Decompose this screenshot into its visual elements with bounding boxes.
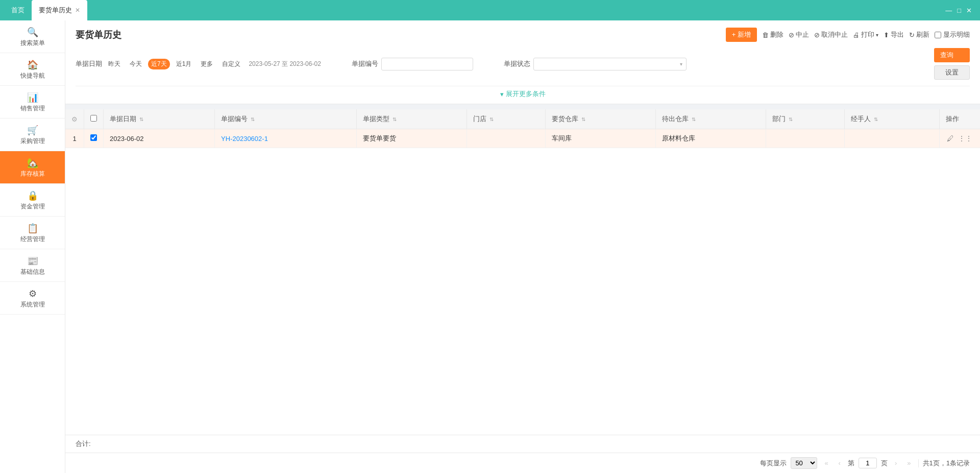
table-body: 1 2023-06-02 YH-20230602-1 要货单要货 车间库 原材料… xyxy=(65,129,980,148)
window-controls: — □ ✕ xyxy=(945,7,980,14)
sidebar-item-sales-mgmt[interactable]: 📊 销售管理 xyxy=(0,86,65,119)
sort-department-icon[interactable]: ⇅ xyxy=(789,116,793,122)
status-select[interactable] xyxy=(533,58,687,70)
print-chevron-icon: ▾ xyxy=(876,32,878,38)
window-close[interactable]: ✕ xyxy=(966,7,972,14)
doc-no-label: 单据编号 xyxy=(352,59,378,68)
sidebar-item-quick-nav[interactable]: 🏠 快捷导航 xyxy=(0,53,65,86)
date-custom[interactable]: 自定义 xyxy=(219,59,243,69)
page-of-label: 页 xyxy=(881,459,888,468)
more-ops-icon[interactable]: ⋮⋮ xyxy=(958,134,972,143)
column-settings-icon[interactable]: ⚙ xyxy=(71,115,78,123)
page-label: 第 xyxy=(848,459,854,468)
th-department: 部门 ⇅ xyxy=(766,109,845,129)
tab-home[interactable]: 首页 xyxy=(4,0,32,20)
first-page-btn[interactable]: « xyxy=(821,458,831,468)
expand-more-btn[interactable]: ▾ 展开更多条件 xyxy=(76,86,970,104)
row-select-checkbox[interactable] xyxy=(90,134,97,141)
tab-bar: 首页 要货单历史 ✕ xyxy=(4,0,945,20)
th-doc-no: 单据编号 ⇅ xyxy=(215,109,357,129)
expand-more-icon: ▾ xyxy=(500,90,504,98)
query-button[interactable]: 查询 xyxy=(934,48,970,62)
cancel-stop-button[interactable]: ⊘ 取消中止 xyxy=(814,30,848,39)
date-shortcuts: 昨天 今天 近7天 近1月 更多 自定义 xyxy=(105,59,243,69)
main-layout: 🔍 搜索菜单 🏠 快捷导航 📊 销售管理 🛒 采购管理 🏡 库存核算 🔒 资金管… xyxy=(0,20,980,473)
sidebar-item-purchase-mgmt[interactable]: 🛒 采购管理 xyxy=(0,119,65,151)
date-recent7[interactable]: 近7天 xyxy=(148,59,170,69)
display-detail-check-input[interactable] xyxy=(935,32,941,38)
th-settings: ⚙ xyxy=(65,109,84,129)
new-button[interactable]: + 新增 xyxy=(726,28,757,42)
table-row: 1 2023-06-02 YH-20230602-1 要货单要货 车间库 原材料… xyxy=(65,129,980,148)
refresh-icon: ↻ xyxy=(909,31,915,39)
date-recent1m[interactable]: 近1月 xyxy=(173,59,195,69)
inventory-icon: 🏡 xyxy=(27,158,38,168)
edit-icon[interactable]: 🖊 xyxy=(947,134,954,143)
stop-button[interactable]: ⊘ 中止 xyxy=(789,30,809,39)
date-today[interactable]: 今天 xyxy=(127,59,145,69)
page-header: 要货单历史 + 新增 🗑 删除 ⊘ 中止 ⊘ 取消中止 xyxy=(65,20,980,104)
th-checkbox xyxy=(84,109,104,129)
row-checkbox xyxy=(84,129,104,148)
sidebar-item-search-menu[interactable]: 🔍 搜索菜单 xyxy=(0,20,65,53)
select-all-checkbox[interactable] xyxy=(90,115,97,122)
summary-label: 合计: xyxy=(76,439,91,448)
row-doc-type: 要货单要货 xyxy=(357,129,467,148)
tab-requisition-history[interactable]: 要货单历史 ✕ xyxy=(32,0,87,20)
th-req-warehouse: 要货仓库 ⇅ xyxy=(546,109,656,129)
tab-close-icon[interactable]: ✕ xyxy=(75,7,80,14)
content-area: 要货单历史 + 新增 🗑 删除 ⊘ 中止 ⊘ 取消中止 xyxy=(65,20,980,473)
delete-button[interactable]: 🗑 删除 xyxy=(762,30,783,39)
sort-req-warehouse-icon[interactable]: ⇅ xyxy=(581,116,585,122)
next-page-btn[interactable]: › xyxy=(892,458,900,468)
page-title-row: 要货单历史 + 新增 🗑 删除 ⊘ 中止 ⊘ 取消中止 xyxy=(76,28,970,42)
search-icon: 🔍 xyxy=(27,28,38,37)
sidebar-item-finance-mgmt[interactable]: 🔒 资金管理 xyxy=(0,184,65,217)
window-maximize[interactable]: □ xyxy=(957,7,961,14)
export-button[interactable]: ⬆ 导出 xyxy=(884,30,904,39)
action-buttons: 查询 设置 xyxy=(934,48,970,80)
row-department xyxy=(766,129,845,148)
th-handler: 经手人 ⇅ xyxy=(845,109,939,129)
delete-icon: 🗑 xyxy=(762,31,769,39)
sort-pending-warehouse-icon[interactable]: ⇅ xyxy=(692,116,696,122)
document-icon: 📰 xyxy=(27,256,38,266)
print-button[interactable]: 🖨 打印 ▾ xyxy=(853,30,878,39)
row-doc-date: 2023-06-02 xyxy=(104,129,215,148)
table-footer: 合计: xyxy=(65,435,980,453)
page-size-label: 每页显示 xyxy=(760,459,787,468)
refresh-button[interactable]: ↻ 刷新 xyxy=(909,30,929,39)
sort-handler-icon[interactable]: ⇅ xyxy=(874,116,878,122)
cart-icon: 🛒 xyxy=(27,126,38,135)
last-page-btn[interactable]: » xyxy=(904,458,914,468)
sort-doc-no-icon[interactable]: ⇅ xyxy=(251,116,255,122)
sort-doc-type-icon[interactable]: ⇅ xyxy=(393,116,397,122)
display-detail-checkbox[interactable]: 显示明细 xyxy=(935,30,970,39)
date-filter-group: 单据日期 昨天 今天 近7天 近1月 更多 自定义 2023-05-27 至 2… xyxy=(76,59,321,69)
cancel-stop-icon: ⊘ xyxy=(814,31,820,39)
page-size-select[interactable]: 10 20 50 100 xyxy=(791,457,817,469)
sidebar-item-ops-mgmt[interactable]: 📋 经营管理 xyxy=(0,217,65,249)
sort-store-icon[interactable]: ⇅ xyxy=(489,116,494,122)
prev-page-btn[interactable]: ‹ xyxy=(836,458,844,468)
row-num: 1 xyxy=(65,129,84,148)
filter-area: 单据日期 昨天 今天 近7天 近1月 更多 自定义 2023-05-27 至 2… xyxy=(76,48,970,104)
page-number-input[interactable] xyxy=(859,458,877,468)
window-minimize[interactable]: — xyxy=(945,7,952,14)
pagination-bar: 每页显示 10 20 50 100 « ‹ 第 页 › » 共1页，1条记录 xyxy=(65,453,980,473)
status-filter-group: 单据状态 ▾ xyxy=(504,58,924,70)
data-table: ⚙ 单据日期 ⇅ 单据编号 ⇅ xyxy=(65,109,980,148)
settings-button[interactable]: 设置 xyxy=(934,65,970,80)
export-icon: ⬆ xyxy=(884,31,889,39)
sidebar-item-basic-info[interactable]: 📰 基础信息 xyxy=(0,249,65,282)
date-more[interactable]: 更多 xyxy=(198,59,216,69)
date-yesterday[interactable]: 昨天 xyxy=(105,59,124,69)
row-operations: 🖊 ⋮⋮ xyxy=(939,129,980,148)
th-pending-warehouse: 待出仓库 ⇅ xyxy=(656,109,766,129)
sidebar-item-sys-mgmt[interactable]: ⚙ 系统管理 xyxy=(0,282,65,315)
doc-no-link[interactable]: YH-20230602-1 xyxy=(221,135,268,143)
date-range-display: 2023-05-27 至 2023-06-02 xyxy=(249,60,321,68)
sort-doc-date-icon[interactable]: ⇅ xyxy=(139,116,143,122)
doc-no-input[interactable] xyxy=(381,58,473,70)
sidebar-item-inventory-calc[interactable]: 🏡 库存核算 xyxy=(0,151,65,184)
